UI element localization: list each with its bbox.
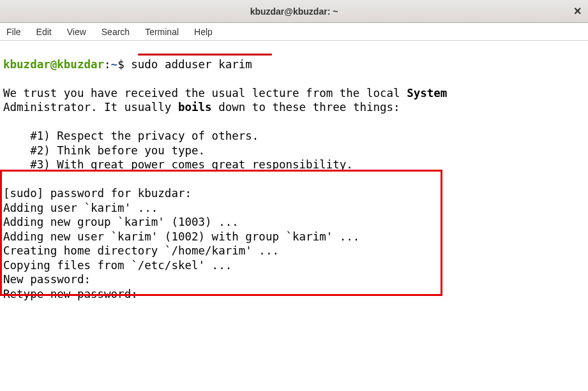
lecture-line-2b: boils bbox=[178, 101, 212, 114]
close-icon[interactable]: ✕ bbox=[573, 5, 582, 17]
titlebar: kbuzdar@kbuzdar: ~ ✕ bbox=[0, 0, 588, 23]
prompt-sep: : bbox=[104, 58, 111, 71]
menu-help[interactable]: Help bbox=[194, 27, 213, 37]
lecture-point-2: #2) Think before you type. bbox=[3, 144, 205, 157]
menu-file[interactable]: File bbox=[6, 27, 21, 37]
lecture-line-1b: System bbox=[407, 87, 447, 100]
prompt-path: ~ bbox=[111, 58, 118, 71]
lecture-line-1a: We trust you have received the usual lec… bbox=[3, 87, 407, 100]
menu-edit[interactable]: Edit bbox=[36, 27, 52, 37]
menubar: File Edit View Search Terminal Help bbox=[0, 23, 588, 41]
prompt-sigil: $ bbox=[117, 58, 124, 71]
lecture-point-3: #3) With great power comes great respons… bbox=[3, 158, 353, 171]
menu-terminal[interactable]: Terminal bbox=[145, 27, 179, 37]
command-text: sudo adduser karim bbox=[124, 58, 252, 71]
prompt-userhost: kbuzdar@kbuzdar bbox=[3, 58, 104, 71]
annotation-box bbox=[0, 170, 442, 296]
lecture-line-2a: Administrator. It usually bbox=[3, 101, 178, 114]
lecture-point-1: #1) Respect the privacy of others. bbox=[3, 129, 259, 142]
annotation-underline bbox=[138, 54, 272, 55]
menu-view[interactable]: View bbox=[67, 27, 86, 37]
window-title: kbuzdar@kbuzdar: ~ bbox=[250, 6, 338, 17]
terminal-body[interactable]: kbuzdar@kbuzdar:~$ sudo adduser karim We… bbox=[0, 41, 588, 332]
lecture-line-2c: down to these three things: bbox=[212, 101, 400, 114]
menu-search[interactable]: Search bbox=[102, 27, 130, 37]
